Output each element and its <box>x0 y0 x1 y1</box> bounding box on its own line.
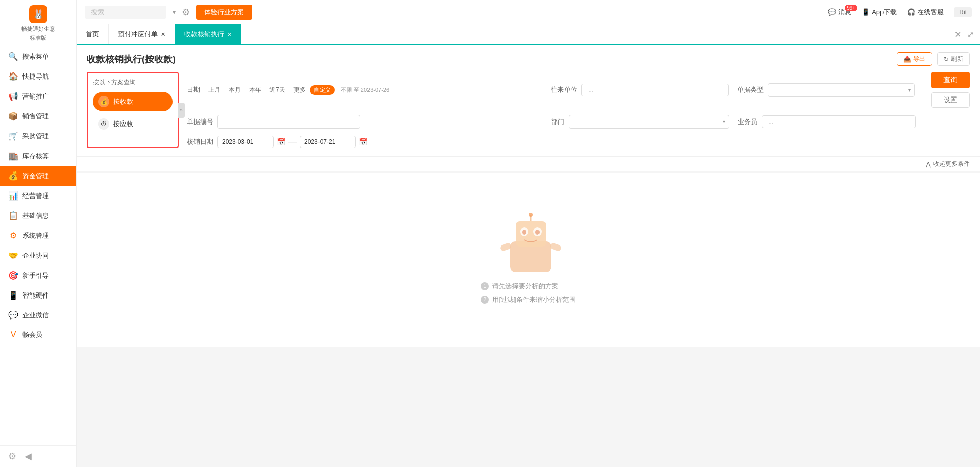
query-button[interactable]: 查询 <box>931 72 970 88</box>
date-btn-this-year[interactable]: 本年 <box>245 84 265 96</box>
service-button[interactable]: 🎧 在线客服 <box>907 8 944 17</box>
verify-date-end-calendar-icon[interactable]: 📅 <box>359 138 368 146</box>
receipt-icon: 💰 <box>98 96 109 107</box>
topbar-search-display: 搜索 <box>85 6 166 19</box>
verify-date-start-calendar-icon[interactable]: 📅 <box>277 138 285 146</box>
dept-label: 部门 <box>551 117 565 127</box>
collapse-chevron-icon: ⋀ <box>926 161 931 168</box>
enterprise-icon: 🤝 <box>8 251 18 260</box>
tab-home[interactable]: 首页 <box>77 24 109 44</box>
sidebar-item-guide[interactable]: 🎯新手引导 <box>0 265 76 285</box>
tab-prepay-close[interactable]: ✕ <box>161 31 165 38</box>
filter-panel-title: 按以下方案查询 <box>93 78 173 87</box>
date-label: 日期 <box>187 85 200 94</box>
staff-select-button[interactable]: ... <box>762 115 916 128</box>
tabbar: 首页 预付冲应付单 ✕ 收款核销执行 ✕ ✕ ⤢ <box>77 24 980 45</box>
date-btn-this-month[interactable]: 本月 <box>225 84 245 96</box>
sidebar-item-finance[interactable]: 💰资金管理 <box>0 166 76 186</box>
tab-close-window-icon[interactable]: ✕ <box>954 30 961 39</box>
partner-label: 往来单位 <box>551 85 577 94</box>
date-custom-badge[interactable]: 自定义 <box>310 85 335 95</box>
sidebar-item-enterprise[interactable]: 🤝企业协同 <box>0 245 76 265</box>
app-download-button[interactable]: 📱 App下载 <box>862 8 897 17</box>
sidebar-item-label-system: 系统管理 <box>22 231 49 240</box>
filter-collapse-button[interactable]: » <box>178 103 185 118</box>
tab-prepay[interactable]: 预付冲应付单 ✕ <box>109 24 175 44</box>
sidebar-item-sales[interactable]: 📦销售管理 <box>0 106 76 126</box>
settings-icon[interactable]: ⚙ <box>8 451 16 462</box>
page-header: 收款核销执行(按收款) 📤 导出 ↻ 刷新 <box>77 45 980 66</box>
date-btn-last-month[interactable]: 上月 <box>204 84 225 96</box>
sidebar-item-label-finance: 资金管理 <box>22 171 49 181</box>
svg-point-9 <box>529 213 533 217</box>
sidebar-item-inventory[interactable]: 🏬库存核算 <box>0 146 76 166</box>
svg-point-5 <box>535 230 540 235</box>
operation-icon: 📊 <box>8 191 18 201</box>
message-button[interactable]: 💬 消息 99+ <box>828 8 851 17</box>
search-icon: 🔍 <box>8 52 18 61</box>
tab-receivable-close[interactable]: ✕ <box>227 31 232 38</box>
sidebar-bottom: ⚙ ◀ <box>0 445 76 467</box>
user-avatar[interactable]: Rit <box>954 7 972 17</box>
tabbar-controls: ✕ ⤢ <box>954 30 980 39</box>
sidebar-item-base[interactable]: 📋基础信息 <box>0 206 76 226</box>
tab-receivable[interactable]: 收款核销执行 ✕ <box>175 24 241 44</box>
main-area: 搜索 ▾ ⚙ 体验行业方案 💬 消息 99+ 📱 App下载 🎧 在线客服 Ri… <box>77 0 980 467</box>
doc-no-label: 单据编号 <box>187 117 213 127</box>
sidebar-item-label-purchase: 采购管理 <box>22 132 49 141</box>
doc-type-select[interactable] <box>768 83 915 97</box>
refresh-button[interactable]: ↻ 刷新 <box>937 52 970 66</box>
page-header-actions: 📤 导出 ↻ 刷新 <box>897 52 970 66</box>
filter-option-receivable-label: 按应收 <box>113 119 133 129</box>
refresh-label: 刷新 <box>951 55 963 63</box>
dept-select[interactable] <box>569 115 729 129</box>
verify-date-end-input[interactable] <box>300 136 356 148</box>
empty-robot-illustration <box>498 213 559 269</box>
sidebar-item-label-quick-nav: 快捷导航 <box>22 72 49 81</box>
sidebar-item-search[interactable]: 🔍搜索菜单 <box>0 46 76 66</box>
form-group-staff: 业务员 ... <box>738 115 916 128</box>
date-btn-more[interactable]: 更多 <box>289 84 310 96</box>
filter-option-receivable[interactable]: ⏱ 按应收 <box>93 114 173 134</box>
marketing-icon: 📢 <box>8 91 18 101</box>
verify-date-range: 📅 — 📅 <box>217 136 368 148</box>
sidebar-nav: 🔍搜索菜单🏠快捷导航📢营销推广📦销售管理🛒采购管理🏬库存核算💰资金管理📊经营管理… <box>0 46 76 445</box>
sidebar-item-quick-nav[interactable]: 🏠快捷导航 <box>0 66 76 86</box>
doc-no-input[interactable] <box>217 115 360 129</box>
tab-home-label: 首页 <box>86 30 99 39</box>
form-group-doc-no: 单据编号 <box>187 115 543 129</box>
tip-2-text: 用[过滤]条件来缩小分析范围 <box>492 293 575 306</box>
date-no-limit: 不限 至 2023-07-26 <box>341 86 389 94</box>
collapse-more-button[interactable]: ⋀ 收起更多条件 <box>926 160 970 168</box>
app-label: App下载 <box>872 8 897 17</box>
logo-name: 畅捷通好生意 <box>21 25 55 33</box>
topbar: 搜索 ▾ ⚙ 体验行业方案 💬 消息 99+ 📱 App下载 🎧 在线客服 Ri… <box>77 0 980 24</box>
form-group-partner: 往来单位 ... <box>551 84 729 96</box>
app-icon: 📱 <box>862 8 870 16</box>
export-button[interactable]: 📤 导出 <box>897 52 932 66</box>
setting-button[interactable]: 设置 <box>931 92 970 108</box>
topbar-arrow-icon[interactable]: ▾ <box>173 9 176 16</box>
sidebar-item-vip[interactable]: V畅会员 <box>0 325 76 345</box>
svg-rect-1 <box>516 221 546 247</box>
tab-expand-icon[interactable]: ⤢ <box>967 30 974 39</box>
sidebar-item-marketing[interactable]: 📢营销推广 <box>0 86 76 106</box>
filter-panel: 按以下方案查询 💰 按收款 ⏱ 按应收 » <box>87 72 179 148</box>
sidebar-item-wechat[interactable]: 💬企业微信 <box>0 305 76 325</box>
sidebar-item-system[interactable]: ⚙系统管理 <box>0 226 76 245</box>
solution-button[interactable]: 体验行业方案 <box>196 5 252 20</box>
partner-select-button[interactable]: ... <box>581 84 729 96</box>
filter-option-receipt[interactable]: 💰 按收款 <box>93 92 173 111</box>
empty-tips: 1 请先选择要分析的方案 2 用[过滤]条件来缩小分析范围 <box>481 280 575 306</box>
empty-tip-1: 1 请先选择要分析的方案 <box>481 280 575 293</box>
date-btn-7days[interactable]: 近7天 <box>265 84 289 96</box>
date-shortcuts: 上月 本月 本年 近7天 更多 自定义 <box>204 84 335 96</box>
logo-sub: 标准版 <box>30 34 46 42</box>
sidebar-item-hardware[interactable]: 📱智能硬件 <box>0 285 76 305</box>
collapse-sidebar-icon[interactable]: ◀ <box>24 451 32 462</box>
verify-date-start-input[interactable] <box>217 136 274 148</box>
sidebar-item-purchase[interactable]: 🛒采购管理 <box>0 126 76 146</box>
sidebar-item-operation[interactable]: 📊经营管理 <box>0 186 76 206</box>
tab-receivable-label: 收款核销执行 <box>184 30 224 39</box>
topbar-gear-icon[interactable]: ⚙ <box>182 7 190 18</box>
